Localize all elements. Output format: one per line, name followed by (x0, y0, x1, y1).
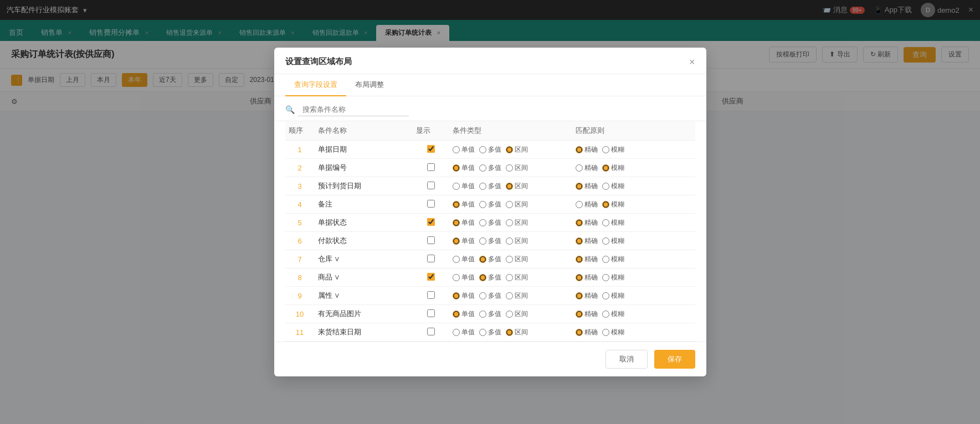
type-radio[interactable] (506, 183, 513, 190)
type-radio-item[interactable]: 多值 (479, 328, 501, 337)
match-radio[interactable] (602, 292, 609, 299)
type-radio[interactable] (453, 201, 460, 208)
match-radio-item[interactable]: 精确 (576, 236, 598, 246)
match-radio[interactable] (576, 237, 583, 245)
match-radio[interactable] (602, 183, 609, 190)
match-radio-item[interactable]: 精确 (576, 218, 598, 227)
show-checkbox[interactable] (427, 145, 435, 153)
type-radio-item[interactable]: 区间 (506, 163, 528, 173)
match-radio-item[interactable]: 模糊 (602, 182, 624, 191)
tab-query-fields[interactable]: 查询字段设置 (285, 74, 346, 96)
type-radio[interactable] (479, 219, 486, 226)
tab-layout-adjust[interactable]: 布局调整 (346, 74, 393, 96)
match-radio[interactable] (576, 201, 583, 208)
type-radio-item[interactable]: 多值 (479, 273, 501, 282)
cancel-button[interactable]: 取消 (606, 350, 648, 369)
type-radio-item[interactable]: 多值 (479, 255, 501, 264)
match-radio-item[interactable]: 精确 (576, 273, 598, 282)
type-radio[interactable] (506, 146, 513, 153)
type-radio[interactable] (506, 256, 513, 263)
type-radio-item[interactable]: 单值 (453, 255, 475, 264)
match-radio-item[interactable]: 模糊 (602, 328, 624, 337)
type-radio[interactable] (453, 219, 460, 226)
search-input[interactable] (298, 103, 409, 116)
show-checkbox[interactable] (427, 255, 435, 262)
show-checkbox[interactable] (427, 236, 435, 244)
type-radio[interactable] (479, 164, 486, 172)
type-radio[interactable] (453, 237, 460, 245)
type-radio-item[interactable]: 多值 (479, 163, 501, 173)
type-radio-item[interactable]: 单值 (453, 163, 475, 173)
type-radio[interactable] (479, 201, 486, 208)
type-radio-item[interactable]: 区间 (506, 200, 528, 209)
type-radio-item[interactable]: 单值 (453, 328, 475, 337)
type-radio[interactable] (506, 201, 513, 208)
type-radio-item[interactable]: 区间 (506, 255, 528, 264)
match-radio-item[interactable]: 模糊 (602, 200, 624, 209)
type-radio[interactable] (506, 274, 513, 281)
match-radio-item[interactable]: 模糊 (602, 291, 624, 301)
match-radio-item[interactable]: 模糊 (602, 309, 624, 319)
match-radio[interactable] (602, 311, 609, 318)
match-radio[interactable] (576, 311, 583, 318)
type-radio[interactable] (506, 292, 513, 299)
match-radio[interactable] (602, 274, 609, 281)
match-radio-item[interactable]: 模糊 (602, 236, 624, 246)
type-radio-item[interactable]: 区间 (506, 273, 528, 282)
type-radio-item[interactable]: 多值 (479, 145, 501, 154)
match-radio-item[interactable]: 精确 (576, 182, 598, 191)
match-radio-item[interactable]: 精确 (576, 328, 598, 337)
type-radio-item[interactable]: 区间 (506, 236, 528, 246)
type-radio[interactable] (453, 311, 460, 318)
type-radio-item[interactable]: 单值 (453, 236, 475, 246)
match-radio[interactable] (602, 201, 609, 208)
match-radio-item[interactable]: 模糊 (602, 163, 624, 173)
type-radio-item[interactable]: 多值 (479, 236, 501, 246)
match-radio[interactable] (602, 219, 609, 226)
match-radio-item[interactable]: 模糊 (602, 218, 624, 227)
type-radio[interactable] (479, 274, 486, 281)
type-radio[interactable] (453, 146, 460, 153)
match-radio-item[interactable]: 模糊 (602, 255, 624, 264)
type-radio[interactable] (506, 311, 513, 318)
match-radio[interactable] (602, 329, 609, 336)
type-radio[interactable] (506, 219, 513, 226)
type-radio[interactable] (479, 183, 486, 190)
match-radio-item[interactable]: 精确 (576, 291, 598, 301)
type-radio[interactable] (479, 292, 486, 299)
type-radio-item[interactable]: 区间 (506, 291, 528, 301)
type-radio[interactable] (506, 329, 513, 336)
show-checkbox[interactable] (427, 182, 435, 189)
match-radio[interactable] (576, 329, 583, 336)
type-radio[interactable] (506, 237, 513, 245)
show-checkbox[interactable] (427, 309, 435, 317)
match-radio[interactable] (602, 146, 609, 153)
show-checkbox[interactable] (427, 200, 435, 208)
type-radio[interactable] (479, 329, 486, 336)
type-radio[interactable] (453, 274, 460, 281)
type-radio-item[interactable]: 单值 (453, 291, 475, 301)
match-radio[interactable] (576, 164, 583, 172)
match-radio-item[interactable]: 精确 (576, 255, 598, 264)
type-radio-item[interactable]: 单值 (453, 145, 475, 154)
type-radio-item[interactable]: 单值 (453, 309, 475, 319)
type-radio-item[interactable]: 单值 (453, 218, 475, 227)
match-radio[interactable] (576, 292, 583, 299)
type-radio-item[interactable]: 多值 (479, 309, 501, 319)
match-radio[interactable] (602, 237, 609, 245)
type-radio[interactable] (479, 256, 486, 263)
type-radio[interactable] (479, 146, 486, 153)
show-checkbox[interactable] (427, 273, 435, 281)
type-radio-item[interactable]: 区间 (506, 182, 528, 191)
show-checkbox[interactable] (427, 218, 435, 226)
type-radio[interactable] (479, 311, 486, 318)
save-button[interactable]: 保存 (654, 350, 695, 369)
type-radio[interactable] (453, 292, 460, 299)
type-radio[interactable] (453, 183, 460, 190)
match-radio[interactable] (576, 146, 583, 153)
type-radio-item[interactable]: 多值 (479, 182, 501, 191)
match-radio-item[interactable]: 精确 (576, 145, 598, 154)
match-radio[interactable] (576, 183, 583, 190)
type-radio-item[interactable]: 单值 (453, 273, 475, 282)
type-radio[interactable] (506, 164, 513, 172)
